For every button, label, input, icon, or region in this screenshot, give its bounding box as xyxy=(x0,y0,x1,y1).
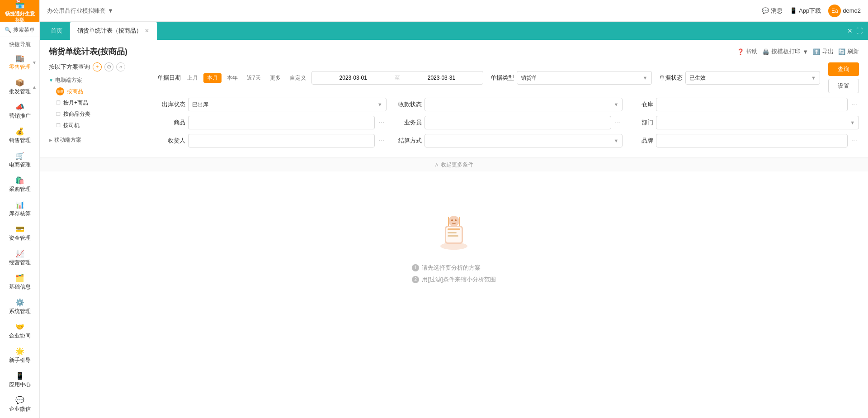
help-icon: ❓ xyxy=(737,48,744,55)
sidebar-item-apps[interactable]: 📱 应用中心 xyxy=(0,368,39,392)
add-scheme-button[interactable]: + xyxy=(93,62,102,71)
doctype-chevron-icon: ▼ xyxy=(643,75,648,81)
outstatus-control[interactable]: 已出库 ▼ xyxy=(188,98,387,111)
wechat-icon: 💬 xyxy=(15,396,24,404)
sidebar-item-wholesale[interactable]: 📦 批发管理 ▲ xyxy=(0,75,39,99)
sidebar-item-wechat[interactable]: 💬 企业微信 xyxy=(0,392,39,417)
main-area: 办公用品行业模拟账套 ▼ 💬 消息 📱 App下载 Ea demo2 首页 xyxy=(40,0,868,418)
operations-icon: 📈 xyxy=(15,249,24,258)
sidebar-item-basic[interactable]: 🗂️ 基础信息 xyxy=(0,270,39,294)
filter-goods-item: 商品 ··· xyxy=(154,116,387,129)
date-tab-current-month[interactable]: 本月 xyxy=(203,73,222,83)
goods-dots-icon[interactable]: ··· xyxy=(377,119,386,126)
date-input-range[interactable]: 2023-03-01 至 2023-03-31 xyxy=(311,71,483,85)
sidebar-item-retail[interactable]: 🏬 零售管理 ▼ xyxy=(0,50,39,75)
sidebar-item-sales[interactable]: 💰 销售管理 xyxy=(0,124,39,148)
scheme-mobile-header[interactable]: ▶ 移动端方案 xyxy=(49,135,142,145)
goods-label: 商品 xyxy=(154,119,185,127)
sidebar-item-finance[interactable]: 💳 资金管理 xyxy=(0,221,39,246)
date-tab-prev-month[interactable]: 上月 xyxy=(184,73,202,83)
sidebar-item-purchase[interactable]: 🛍️ 采购管理 xyxy=(0,172,39,197)
sidebar-item-newbie[interactable]: 🌟 新手引导 xyxy=(0,343,39,368)
filter-row-1: 单据日期 上月 本月 本年 近7天 更多 自定义 xyxy=(154,62,859,93)
company-selector[interactable]: 办公用品行业模拟账套 ▼ xyxy=(47,7,113,15)
app-download-button[interactable]: 📱 App下载 xyxy=(790,7,821,15)
docstatus-chevron-icon: ▼ xyxy=(811,75,816,81)
collapse-scheme-button[interactable]: « xyxy=(116,62,125,71)
sales-icon: 💰 xyxy=(15,127,24,136)
doctype-control[interactable]: 销货单 ▼ xyxy=(517,71,652,85)
phone-icon: 📱 xyxy=(790,7,797,14)
receiver-label: 收货人 xyxy=(154,137,185,145)
brand-dots-icon[interactable]: ··· xyxy=(849,137,859,144)
settlement-chevron-icon: ▼ xyxy=(613,138,618,143)
expand-icon: ▼ xyxy=(32,60,37,65)
triangle-right-icon: ▶ xyxy=(49,138,52,142)
date-to-input[interactable]: 2023-03-31 xyxy=(400,75,483,81)
export-button[interactable]: ⬆️ 导出 xyxy=(813,48,834,56)
settlement-label: 结算方式 xyxy=(390,137,422,145)
scheme-header: 按以下方案查询 + ⚙ « xyxy=(49,62,142,71)
svg-point-8 xyxy=(455,219,457,221)
scheme-active-icon: 按商 xyxy=(56,87,64,95)
brand-input[interactable] xyxy=(656,134,847,147)
goods-input[interactable] xyxy=(188,116,375,129)
print-icon: 🖨️ xyxy=(762,48,769,55)
tab-sales-stats[interactable]: 销货单统计表（按商品） ✕ xyxy=(70,22,157,40)
tab-minimize-icon[interactable]: ✕ xyxy=(847,27,853,34)
salesman-input[interactable] xyxy=(425,116,611,129)
docstatus-control[interactable]: 已生效 ▼ xyxy=(685,71,821,85)
triangle-icon: ▼ xyxy=(49,78,53,83)
refresh-button[interactable]: 🔄 刷新 xyxy=(838,48,859,56)
receiver-dots-icon[interactable]: ··· xyxy=(377,137,386,144)
outstatus-chevron-icon: ▼ xyxy=(377,102,382,107)
scheme-desktop-header[interactable]: ▼ 电脑端方案 xyxy=(49,75,142,86)
setting-button[interactable]: 设置 xyxy=(828,79,859,93)
user-profile[interactable]: Ea demo2 xyxy=(828,5,861,17)
sidebar-item-enterprise[interactable]: 🤝 企业协同 xyxy=(0,319,39,343)
scheme-item-by-goods[interactable]: 按商 按商品 xyxy=(49,86,142,97)
tab-close-icon[interactable]: ✕ xyxy=(145,28,149,34)
receiver-input[interactable] xyxy=(188,134,375,147)
quick-nav-item[interactable]: 快捷导航 xyxy=(0,37,39,50)
dropdown-chevron-icon: ▼ xyxy=(108,7,113,14)
date-tab-7days[interactable]: 近7天 xyxy=(243,73,264,83)
help-button[interactable]: ❓ 帮助 xyxy=(737,48,758,56)
salesman-dots-icon[interactable]: ··· xyxy=(613,119,623,126)
filter-row-4: 收货人 ··· 结算方式 ▼ xyxy=(154,134,859,147)
scheme-item-cashier[interactable]: ❐ 按司机 xyxy=(49,120,142,131)
query-button[interactable]: 查询 xyxy=(828,62,859,76)
filter-date-item: 单据日期 上月 本月 本年 近7天 更多 自定义 xyxy=(154,71,483,85)
warehouse-dots-icon[interactable]: ··· xyxy=(849,101,859,108)
department-control[interactable]: ▼ xyxy=(656,116,859,129)
salesman-control: ··· xyxy=(425,116,623,129)
sidebar-item-marketing[interactable]: 📣 营销推广 xyxy=(0,99,39,124)
sidebar-item-operations[interactable]: 📈 经营管理 xyxy=(0,246,39,270)
tab-home[interactable]: 首页 xyxy=(43,22,70,40)
scheme-item-month-goods[interactable]: ❐ 按月+商品 xyxy=(49,97,142,109)
retail-icon: 🏬 xyxy=(15,54,24,62)
date-tab-current-year[interactable]: 本年 xyxy=(223,73,241,83)
message-button[interactable]: 💬 消息 xyxy=(762,7,783,15)
search-menu-item[interactable]: 🔍 搜索菜单 xyxy=(0,22,39,37)
refresh-icon: 🔄 xyxy=(838,48,845,55)
scheme-item-goods-category[interactable]: ❐ 按商品分类 xyxy=(49,109,142,120)
sidebar-item-inventory[interactable]: 📊 库存核算 xyxy=(0,197,39,221)
svg-rect-4 xyxy=(448,232,457,233)
sidebar-item-ecommerce[interactable]: 🛒 电商管理 xyxy=(0,148,39,172)
date-from-input[interactable]: 2023-03-01 xyxy=(312,75,395,81)
collapse-bar[interactable]: ∧ 收起更多条件 xyxy=(40,158,868,171)
receiptstatus-control[interactable]: ▼ xyxy=(425,98,623,111)
svg-point-6 xyxy=(448,216,459,227)
date-tab-more[interactable]: 更多 xyxy=(266,73,284,83)
settings-scheme-button[interactable]: ⚙ xyxy=(104,62,113,71)
date-tab-custom[interactable]: 自定义 xyxy=(286,73,310,83)
page-actions: ❓ 帮助 🖨️ 按模板打印 ▼ ⬆️ 导出 🔄 刷新 xyxy=(737,48,859,56)
settlement-control[interactable]: ▼ xyxy=(425,134,623,147)
filter-salesman-item: 业务员 ··· xyxy=(390,116,623,129)
sidebar-item-system[interactable]: ⚙️ 系统管理 xyxy=(0,294,39,319)
tab-maximize-icon[interactable]: ⛶ xyxy=(856,27,863,34)
print-button[interactable]: 🖨️ 按模板打印 ▼ xyxy=(762,48,808,56)
filter-panel: 按以下方案查询 + ⚙ « ▼ 电脑端方案 按商 按商品 xyxy=(40,57,868,158)
warehouse-input[interactable] xyxy=(656,98,847,111)
